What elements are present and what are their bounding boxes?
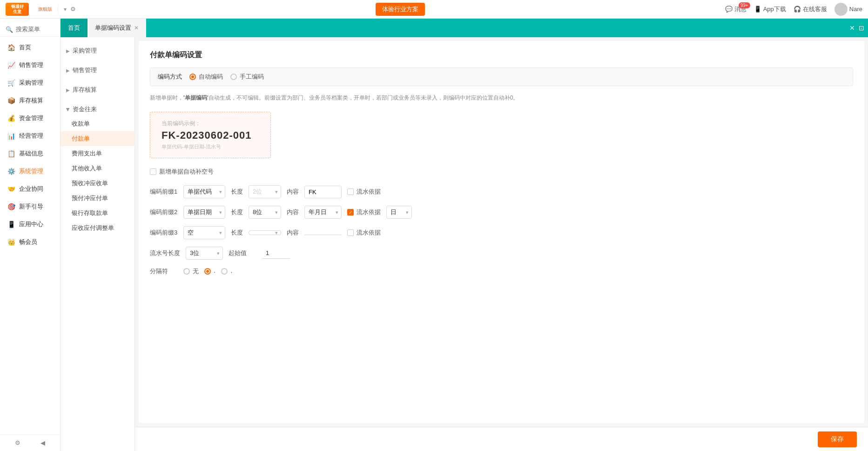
serial-length-value: 3位 (190, 249, 199, 257)
prefix3-content-label: 内容 (287, 229, 299, 237)
prefix1-length-select[interactable]: 2位 (249, 185, 281, 198)
collapse-arrow-icon: ▶ (66, 88, 70, 93)
prefix1-select[interactable]: 单据代码 (183, 185, 225, 198)
prefix2-day-select[interactable]: 日 (386, 206, 412, 219)
separator-dot1-label: · (214, 268, 215, 276)
sub-menu-sales-header[interactable]: ▶ 销售管理 (61, 63, 135, 77)
prefix2-length-select[interactable]: 8位 (249, 206, 281, 219)
sub-menu-item-income[interactable]: 其他收入单 (61, 161, 135, 176)
sub-menu-item-payment[interactable]: 付款单 (61, 131, 135, 146)
sidebar-item-vip[interactable]: 👑 畅会员 (0, 233, 60, 251)
auto-encode-radio[interactable] (189, 74, 196, 80)
user-profile-button[interactable]: Nare (834, 3, 862, 16)
sub-menu-funds-header[interactable]: ▶ 资金往来 (61, 102, 135, 116)
messages-button[interactable]: 💬 消息 99+ (725, 5, 747, 13)
prefix2-select[interactable]: 单据日期 (183, 206, 225, 219)
sidebar-collapse-icon[interactable]: ◀ (40, 439, 45, 446)
prefix1-content-label: 内容 (287, 188, 299, 196)
separator-dot1-radio[interactable] (204, 268, 211, 275)
prefix3-serial-checkbox[interactable] (347, 229, 354, 236)
prefix1-row: 编码前缀1 单据代码 长度 2位 内容 流水依据 (150, 185, 853, 198)
sub-menu-purchase-header[interactable]: ▶ 采购管理 (61, 44, 135, 58)
online-service-button[interactable]: 🎧 在线客服 (794, 5, 827, 13)
sub-menu-item-receipt[interactable]: 收款单 (61, 116, 135, 131)
sidebar-item-sales[interactable]: 📈 销售管理 (0, 56, 60, 74)
sidebar-item-operations[interactable]: 📊 经营管理 (0, 127, 60, 145)
dropdown-button[interactable]: ▾ (64, 6, 67, 13)
preview-box: 当前编码示例： FK-20230602-001 单据代码-单据日期-流水号 (150, 112, 271, 158)
message-icon: 💬 (725, 6, 733, 13)
tab-encoding[interactable]: 单据编码设置 ✕ (87, 19, 146, 37)
separator-none-option[interactable]: 无 (183, 267, 199, 276)
auto-fill-checkbox[interactable] (150, 168, 156, 175)
separator-dot1-option[interactable]: · (204, 268, 215, 276)
sub-menu-stock-header[interactable]: ▶ 库存核算 (61, 83, 135, 97)
sidebar-item-label: 库存核算 (19, 96, 43, 105)
online-service-label: 在线客服 (803, 5, 827, 13)
prefix1-length-label: 长度 (231, 188, 243, 196)
auto-encode-option[interactable]: 自动编码 (189, 73, 223, 81)
prefix2-serial-checkbox[interactable]: ✓ (347, 209, 354, 215)
prefix1-serial-checkbox[interactable] (347, 188, 354, 195)
prefix3-label: 编码前缀3 (150, 229, 178, 237)
sidebar-settings-icon[interactable]: ⚙ (15, 439, 20, 446)
preview-desc: 单据代码-单据日期-流水号 (161, 143, 259, 150)
avatar (834, 3, 848, 16)
prefix3-length-select[interactable] (249, 230, 281, 235)
sidebar-item-guide[interactable]: 🎯 新手引导 (0, 198, 60, 215)
logo-image: 畅通好生意 (6, 3, 29, 16)
prefix3-serial-label: 流水依据 (357, 229, 381, 237)
sub-menu-item-bank[interactable]: 银行存取款单 (61, 206, 135, 221)
separator-dot2-radio[interactable] (221, 268, 228, 275)
sidebar-item-label: 系统管理 (19, 167, 43, 175)
auto-fill-label: 新增单据自动补空号 (159, 168, 214, 176)
serial-start-label: 起始值 (229, 249, 256, 257)
inventory-icon: 📦 (7, 97, 15, 104)
collapse-arrow-icon: ▶ (66, 48, 70, 54)
prefix3-length-label: 长度 (231, 229, 243, 237)
prefix1-content-input[interactable] (304, 186, 342, 198)
sidebar-item-system[interactable]: ⚙️ 系统管理 (0, 162, 60, 180)
sidebar-item-basic[interactable]: 📋 基础信息 (0, 145, 60, 162)
settings-icon[interactable]: ⚙ (70, 6, 76, 13)
content-area: ▶ 采购管理 ▶ 销售管理 ▶ 库存核算 (61, 37, 868, 451)
sidebar-item-finance[interactable]: 💰 资金管理 (0, 109, 60, 127)
sidebar-item-label: 资金管理 (19, 114, 43, 122)
sidebar-item-label: 经营管理 (19, 132, 43, 140)
manual-encode-radio[interactable] (230, 74, 237, 80)
tab-minimize-icon[interactable]: ✕ (849, 24, 855, 32)
sub-menu-item-expense[interactable]: 费用支出单 (61, 146, 135, 161)
sidebar-item-apps[interactable]: 📱 应用中心 (0, 215, 60, 233)
separator-row: 分隔符 无 · · (150, 267, 853, 276)
sidebar-item-enterprise[interactable]: 🤝 企业协同 (0, 180, 60, 198)
sub-menu-item-adjustment[interactable]: 应收应付调整单 (61, 221, 135, 236)
tab-home[interactable]: 首页 (61, 19, 87, 37)
prefix1-label: 编码前缀1 (150, 188, 178, 196)
serial-length-label: 流水号长度 (150, 249, 180, 257)
serial-length-select[interactable]: 3位 (186, 247, 223, 260)
manual-encode-option[interactable]: 手工编码 (230, 73, 264, 81)
sidebar-item-home[interactable]: 🏠 首页 (0, 39, 60, 56)
trial-button[interactable]: 体验行业方案 (376, 3, 425, 16)
separator-dot2-option[interactable]: · (221, 268, 232, 276)
sidebar-item-purchase[interactable]: 🛒 采购管理 (0, 74, 60, 92)
prefix3-select[interactable]: 空 (183, 226, 225, 239)
sub-menu-item-prepaid-payable[interactable]: 预付冲应付单 (61, 191, 135, 206)
app-download-button[interactable]: 📱 App下载 (754, 5, 786, 13)
save-button[interactable]: 保存 (818, 431, 857, 447)
tab-close-icon[interactable]: ✕ (134, 25, 139, 31)
prefix3-serial-checkbox-row: 流水依据 (347, 229, 381, 237)
sidebar-search-button[interactable]: 🔍 搜索菜单 (0, 22, 60, 37)
prefix3-value: 空 (188, 229, 194, 237)
auto-encode-label: 自动编码 (199, 73, 223, 81)
search-icon: 🔍 (6, 26, 13, 33)
prefix2-content-select[interactable]: 年月日 (304, 206, 342, 219)
sidebar-item-inventory[interactable]: 📦 库存核算 (0, 92, 60, 109)
separator-none-radio[interactable] (183, 268, 190, 275)
tab-maximize-icon[interactable]: ⊡ (859, 24, 864, 32)
home-icon: 🏠 (7, 44, 15, 51)
sub-menu-item-prepaid-receivable[interactable]: 预收冲应收单 (61, 176, 135, 191)
prefix2-content-value: 年月日 (309, 208, 327, 216)
sidebar-bottom: ⚙ ◀ (0, 434, 60, 451)
sub-menu-funds: ▶ 资金往来 收款单 付款单 费用支出单 其他收入单 预收冲应收单 预付冲应付单… (61, 100, 135, 238)
